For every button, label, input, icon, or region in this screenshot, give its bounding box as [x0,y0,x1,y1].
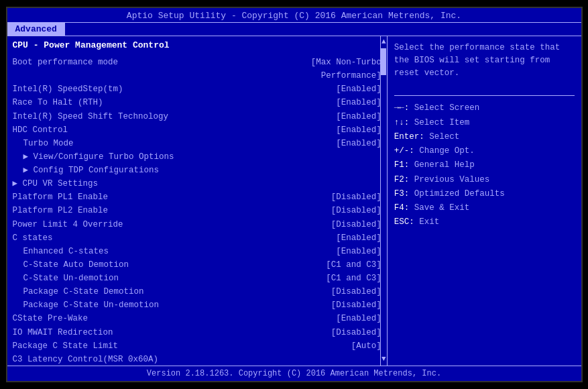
key-help-row: ↑↓: Select Item [394,116,575,130]
item-label: Platform PL1 Enable [13,191,109,203]
item-value: [Enabled] [336,313,381,325]
menu-item[interactable]: Package C State Limit [Auto] [13,339,381,353]
menu-item[interactable]: Race To Halt (RTH) [Enabled] [13,96,381,109]
help-text-content: Select the performance state that the BI… [394,43,561,78]
main-content: CPU - Power Management Control Boot perf… [7,36,581,366]
key-label: F1: [394,160,410,170]
item-value: [Auto] [351,340,381,352]
menu-item[interactable]: Platform PL2 Enable [Disabled] [13,204,381,217]
item-value: [Disabled] [331,327,381,339]
tab-bar: Advanced [7,23,581,36]
item-label: CPU VR Settings [13,178,99,190]
right-panel: Select the performance state that the BI… [388,36,581,366]
item-value: [Disabled] [331,286,381,298]
help-text: Select the performance state that the BI… [394,42,575,79]
item-value: Performance] [321,70,381,82]
item-label: Package C-State Un-demotion [13,299,160,311]
item-label: C states [13,232,53,244]
item-label: Intel(R) Speed Shift Technology [13,111,169,123]
key-help-row: ESC: Exit [394,215,575,229]
menu-item[interactable]: Package C-State Demotion [Disabled] [13,285,381,298]
menu-item[interactable]: CState Pre-Wake [Enabled] [13,312,381,325]
section-title: CPU - Power Management Control [13,40,381,50]
key-label: +/-: [394,146,414,156]
key-help-row: F4: Save & Exit [394,201,575,215]
item-label: HDC Control [13,124,68,136]
item-value: [Enabled] [336,245,381,258]
key-help: →←: Select Screen ↑↓: Select Item Enter:… [394,101,575,229]
menu-item[interactable]: View/Configure Turbo Options [13,150,381,164]
item-label: Power Limit 4 Override [13,219,123,231]
key-help-row: F2: Previous Values [394,173,575,187]
tab-advanced[interactable]: Advanced [7,23,65,36]
item-value: [Enabled] [336,124,381,136]
menu-item[interactable]: Enhanced C-states [Enabled] [13,245,381,258]
item-value: [Enabled] [336,137,381,150]
menu-item[interactable]: Intel(R) Speed Shift Technology [Enabled… [13,110,381,123]
item-value: [Disabled] [331,191,381,203]
item-label: IO MWAIT Redirection [13,327,113,339]
item-value: [Disabled] [331,219,381,231]
item-label: Boot performance mode [13,56,119,68]
menu-item[interactable]: Turbo Mode [Enabled] [13,137,381,150]
key-help-row: Enter: Select [394,130,575,144]
scrollbar[interactable]: ▲ ▼ [380,36,387,366]
menu-item[interactable]: Intel(R) SpeedStep(tm) [Enabled] [13,82,381,96]
item-label: Intel(R) SpeedStep(tm) [13,83,123,95]
top-bar-title: Aptio Setup Utility - Copyright (C) 2016… [127,11,461,21]
item-value: [Disabled] [331,299,381,311]
item-label: C3 Latency Control(MSR 0x60A) [13,353,159,366]
item-label: Config TDP Configurations [13,164,160,176]
menu-item[interactable]: HDC Control [Enabled] [13,123,381,137]
item-label: C-State Auto Demotion [13,259,129,271]
left-panel: CPU - Power Management Control Boot perf… [7,36,388,366]
bottom-bar-text: Version 2.18.1263. Copyright (C) 2016 Am… [147,369,441,378]
item-label: Platform PL2 Enable [13,205,109,217]
item-value: [C1 and C3] [326,259,381,271]
item-value: [C1 and C3] [326,272,381,284]
item-label: C-State Un-demotion [13,272,119,284]
bottom-bar: Version 2.18.1263. Copyright (C) 2016 Am… [7,366,581,381]
item-label: Package C-State Demotion [13,286,144,298]
key-label: ESC: [394,217,414,227]
key-help-row: F3: Optimized Defaults [394,187,575,201]
scroll-thumb[interactable] [381,48,386,75]
item-value: [Enabled] [336,111,381,123]
item-label: Package C State Limit [13,340,119,352]
menu-item[interactable]: Platform PL1 Enable [Disabled] [13,190,381,204]
menu-item[interactable]: Package C-State Un-demotion [Disabled] [13,298,381,312]
key-help-row: F1: General Help [394,158,575,172]
menu-item[interactable]: IO MWAIT Redirection [Disabled] [13,326,381,339]
item-value: [Enabled] [336,97,381,109]
item-value: [Enabled] [336,83,381,95]
menu-item[interactable]: C-State Auto Demotion [C1 and C3] [13,258,381,272]
item-value: [Disabled] [331,205,381,217]
menu-item[interactable]: CPU VR Settings [13,177,381,190]
menu-item: Performance] [13,69,381,82]
key-help-row: +/-: Change Opt. [394,144,575,158]
key-label: Enter: [394,132,424,142]
key-label: →←: [394,103,410,113]
item-value: [Enabled] [336,232,381,244]
item-label: CState Pre-Wake [13,313,89,325]
item-value: [Max Non-Turbo [311,56,381,68]
bios-screen: Aptio Setup Utility - Copyright (C) 2016… [6,7,583,382]
item-label: Turbo Mode [13,137,74,150]
scroll-up-icon[interactable]: ▲ [381,36,386,47]
menu-item[interactable]: Config TDP Configurations [13,164,381,177]
key-label: F4: [394,203,410,213]
key-help-row: →←: Select Screen [394,101,575,115]
menu-item[interactable]: C-State Un-demotion [C1 and C3] [13,272,381,285]
menu-item[interactable]: Power Limit 4 Override [Disabled] [13,218,381,231]
menu-item[interactable]: Boot performance mode [Max Non-Turbo [13,56,381,69]
divider [394,95,575,96]
menu-item[interactable]: C states [Enabled] [13,231,381,245]
scroll-down-icon[interactable]: ▼ [381,355,386,363]
key-label: ↑↓: [394,118,410,127]
menu-item[interactable]: C3 Latency Control(MSR 0x60A) [13,353,381,366]
top-bar: Aptio Setup Utility - Copyright (C) 2016… [7,8,581,23]
item-label: Enhanced C-states [13,245,109,258]
key-label: F2: [394,175,410,184]
item-label: Race To Halt (RTH) [13,97,103,109]
item-label: View/Configure Turbo Options [13,151,174,163]
